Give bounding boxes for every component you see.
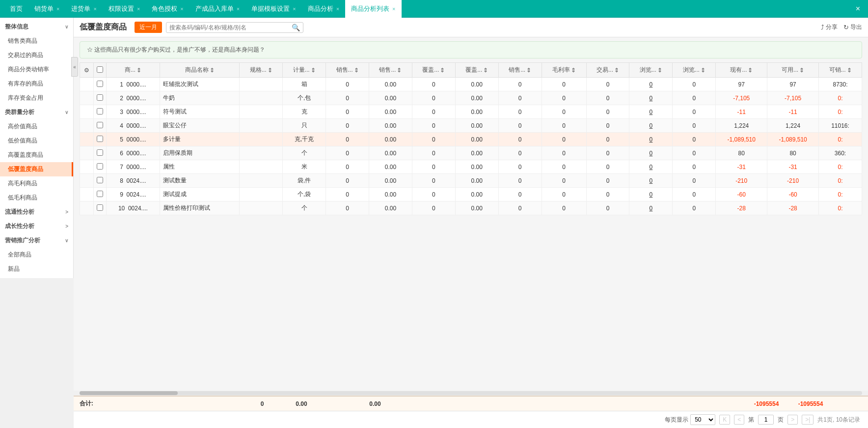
per-page-dropdown[interactable]: 50 20 100 200 <box>690 414 715 425</box>
row-select-checkbox[interactable] <box>97 122 103 128</box>
select-all-checkbox[interactable] <box>97 66 103 73</box>
row-checkbox[interactable] <box>94 188 107 201</box>
col-sales-count[interactable]: 销售...⇕ <box>498 63 542 78</box>
nav-permissions[interactable]: 权限设置 × <box>103 0 146 18</box>
row-browse1[interactable]: 0 <box>629 160 673 174</box>
row-select-checkbox[interactable] <box>97 94 103 101</box>
row-checkbox[interactable] <box>94 146 107 160</box>
row-checkbox[interactable] <box>94 78 107 91</box>
col-browse1[interactable]: 浏览...⇕ <box>629 63 673 78</box>
nav-product-storage[interactable]: 产成品入库单 × <box>190 0 245 18</box>
data-table-wrapper[interactable]: ⚙ 商...⇕ 商品名称⇕ 规格...⇕ 计量...⇕ 销售...⇕ 销售...… <box>74 62 868 391</box>
nav-purchase[interactable]: 进货单 × <box>65 0 102 18</box>
sidebar-section-growth[interactable]: 成长性分析 > <box>0 219 73 233</box>
first-page-button[interactable]: K <box>719 415 730 425</box>
row-browse1[interactable]: 0 <box>629 174 673 188</box>
row-checkbox[interactable] <box>94 133 107 146</box>
row-browse1[interactable]: 0 <box>629 201 673 215</box>
nav-home[interactable]: 首页 <box>4 0 28 18</box>
sidebar-item-traded-goods[interactable]: 交易过的商品 <box>0 48 73 62</box>
search-input[interactable] <box>169 24 292 31</box>
col-code[interactable]: 商...⇕ <box>107 63 160 78</box>
row-browse1[interactable]: 0 <box>629 105 673 119</box>
row-select-checkbox[interactable] <box>97 177 103 183</box>
horizontal-scrollbar[interactable] <box>74 391 868 396</box>
sidebar-item-low-coverage[interactable]: 低覆盖度商品 <box>0 162 73 176</box>
row-select-checkbox[interactable] <box>97 204 103 211</box>
col-saleable[interactable]: 可销...⇕ <box>819 63 862 78</box>
col-trade[interactable]: 交易...⇕ <box>586 63 629 78</box>
sidebar-collapse-button[interactable]: « <box>71 57 78 77</box>
col-coverage1[interactable]: 覆盖...⇕ <box>412 63 455 78</box>
row-select-checkbox[interactable] <box>97 149 103 156</box>
row-select-checkbox[interactable] <box>97 191 103 197</box>
close-icon[interactable]: × <box>137 6 140 12</box>
export-button[interactable]: ↻ 导出 <box>843 23 862 31</box>
nav-sales[interactable]: 销货单 × <box>28 0 65 18</box>
close-icon[interactable]: × <box>237 6 240 12</box>
col-settings[interactable]: ⚙ <box>80 63 94 78</box>
row-checkbox[interactable] <box>94 119 107 133</box>
close-icon[interactable]: × <box>56 6 59 12</box>
row-browse1[interactable]: 0 <box>629 119 673 133</box>
sidebar-section-marketing[interactable]: 营销推广分析 ∨ <box>0 233 73 248</box>
row-browse1[interactable]: 0 <box>629 188 673 201</box>
col-name[interactable]: 商品名称⇕ <box>160 63 239 78</box>
prev-page-button[interactable]: < <box>734 415 744 425</box>
close-icon[interactable]: × <box>180 6 183 12</box>
row-checkbox[interactable] <box>94 91 107 105</box>
col-sales-qty[interactable]: 销售...⇕ <box>326 63 369 78</box>
sidebar-section-overall[interactable]: 整体信息 ∨ <box>0 20 73 34</box>
row-browse1[interactable]: 0 <box>629 78 673 91</box>
row-browse1[interactable]: 0 <box>629 91 673 105</box>
col-unit[interactable]: 计量...⇕ <box>283 63 326 78</box>
nav-goods-analysis-list[interactable]: 商品分析列表 × <box>345 0 401 18</box>
sidebar-item-all-goods[interactable]: 全部商品 <box>0 248 73 262</box>
row-checkbox[interactable] <box>94 174 107 188</box>
nav-roles[interactable]: 角色授权 × <box>146 0 189 18</box>
last-page-button[interactable]: >| <box>802 415 814 425</box>
sidebar-item-low-profit[interactable]: 低毛利商品 <box>0 191 73 205</box>
close-icon[interactable]: × <box>336 6 339 12</box>
close-icon[interactable]: × <box>392 6 395 12</box>
row-select-checkbox[interactable] <box>97 81 103 87</box>
sidebar-item-stock-goods[interactable]: 有库存的商品 <box>0 77 73 91</box>
close-icon[interactable]: × <box>93 6 96 12</box>
col-gross-rate[interactable]: 毛利率⇕ <box>542 63 586 78</box>
sidebar-item-sales-rate[interactable]: 商品分类动销率 <box>0 62 73 77</box>
row-browse1[interactable]: 0 <box>629 146 673 160</box>
sidebar-item-high-coverage[interactable]: 高覆盖度商品 <box>0 148 73 162</box>
next-page-button[interactable]: > <box>787 415 798 425</box>
row-select-checkbox[interactable] <box>97 136 103 142</box>
sidebar-item-sales-goods[interactable]: 销售类商品 <box>0 34 73 48</box>
col-browse2[interactable]: 浏览...⇕ <box>673 63 716 78</box>
col-current-stock[interactable]: 现有...⇕ <box>716 63 767 78</box>
close-icon[interactable]: × <box>293 6 296 12</box>
page-number-input[interactable] <box>758 415 774 425</box>
row-select-checkbox[interactable] <box>97 108 103 114</box>
sidebar-item-high-profit[interactable]: 高毛利商品 <box>0 176 73 191</box>
col-coverage2[interactable]: 覆盖...⇕ <box>455 63 498 78</box>
nav-template[interactable]: 单据模板设置 × <box>245 0 301 18</box>
sidebar-item-low-value[interactable]: 低价值商品 <box>0 134 73 148</box>
row-checkbox[interactable] <box>94 160 107 174</box>
col-available[interactable]: 可用...⇕ <box>767 63 819 78</box>
col-checkbox[interactable] <box>94 63 107 78</box>
sidebar-section-circulation[interactable]: 流通性分析 > <box>0 205 73 219</box>
sidebar-item-new-goods[interactable]: 新品 <box>0 262 73 276</box>
share-button[interactable]: ⤴ 分享 <box>821 23 838 31</box>
sidebar-item-stock-value[interactable]: 库存资金占用 <box>0 91 73 105</box>
window-close-button[interactable]: × <box>852 4 864 13</box>
col-sales-amt[interactable]: 销售...⇕ <box>369 63 412 78</box>
time-filter-button[interactable]: 近一月 <box>135 22 162 33</box>
sidebar-section-quality[interactable]: 类群量分析 ∨ <box>0 105 73 119</box>
row-checkbox[interactable] <box>94 201 107 215</box>
sidebar-item-high-value[interactable]: 高价值商品 <box>0 119 73 134</box>
row-checkbox[interactable] <box>94 105 107 119</box>
row-browse1[interactable]: 0 <box>629 133 673 146</box>
search-icon[interactable]: 🔍 <box>292 24 300 31</box>
nav-goods-analysis[interactable]: 商品分析 × <box>302 0 345 18</box>
scrollbar-thumb[interactable] <box>80 391 178 395</box>
col-spec[interactable]: 规格...⇕ <box>240 63 283 78</box>
row-select-checkbox[interactable] <box>97 163 103 170</box>
